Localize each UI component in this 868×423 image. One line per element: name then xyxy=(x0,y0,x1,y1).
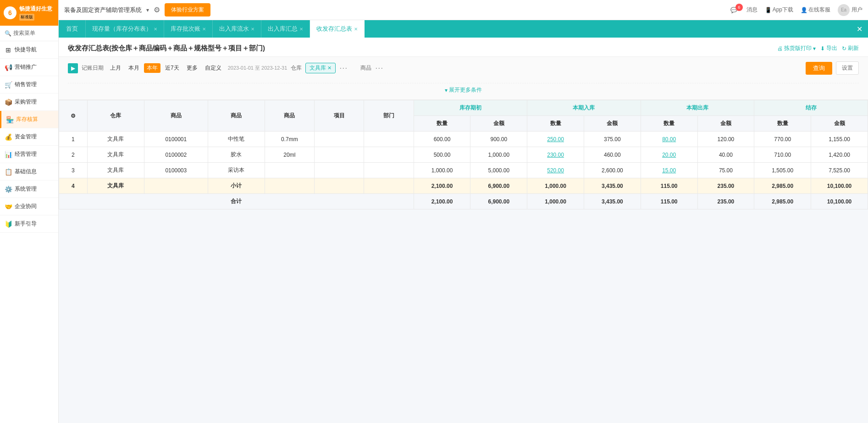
sidebar-item-basic[interactable]: 📋基础信息 xyxy=(0,163,58,181)
tab-label-home: 首页 xyxy=(66,25,78,33)
sidebar-item-guide[interactable]: 🔰新手引导 xyxy=(0,215,58,233)
tab-close-inout-summary[interactable]: ✕ xyxy=(299,27,303,32)
topbar-left: 装备及固定资产辅助管理系统 ▾ ⚙ 体验行业方案 xyxy=(64,3,210,16)
nav-icon-guide: 🔰 xyxy=(5,220,12,228)
tab-close-batch[interactable]: ✕ xyxy=(202,27,206,32)
setting-btn[interactable]: 设置 xyxy=(836,61,859,75)
cell-out-qty: 115.00 xyxy=(641,178,697,194)
warehouse-more-btn[interactable]: ··· xyxy=(339,63,348,73)
cell-out-qty[interactable]: 80.00 xyxy=(641,132,697,147)
th-balance: 结存 xyxy=(754,100,868,116)
settings-icon[interactable]: ⚙ xyxy=(71,113,76,119)
cell-bal-qty: 770.00 xyxy=(754,132,811,147)
chevron-down-icon: ▾ xyxy=(813,45,816,52)
cell-open-amt: 5,000.00 xyxy=(470,163,527,178)
tab-inout-flow[interactable]: 出入库流水 ✕ xyxy=(213,20,261,38)
sidebar-item-finance[interactable]: 💰资金管理 xyxy=(0,128,58,146)
cell-open-qty: 600.00 xyxy=(414,132,470,147)
expand-conditions-btn[interactable]: ▾ 展开更多条件 xyxy=(445,86,482,94)
logo-icon: 6 xyxy=(4,6,17,19)
online-service-link[interactable]: 👤 在线客服 xyxy=(801,6,830,14)
sidebar-item-marketing[interactable]: 📢营销推广 xyxy=(0,59,58,76)
tab-stock-dist[interactable]: 现存量（库存分布表） ✕ xyxy=(86,20,164,38)
sidebar-item-system[interactable]: ⚙️系统管理 xyxy=(0,181,58,198)
th-open-amt: 金额 xyxy=(470,116,527,132)
cell-in-qty[interactable]: 520.00 xyxy=(527,163,584,178)
tab-close-stock-dist[interactable]: ✕ xyxy=(154,27,157,32)
th-project: 项目 xyxy=(315,100,364,132)
cell-bal-amt: 1,155.00 xyxy=(811,132,868,147)
th-goods-spec: 商品 xyxy=(265,100,314,132)
cell-out-qty[interactable]: 20.00 xyxy=(641,147,697,163)
sidebar-item-quick-nav[interactable]: ⊞快捷导航 xyxy=(0,41,58,59)
app-download-link[interactable]: 📱 App下载 xyxy=(765,6,793,14)
sidebar-item-sales[interactable]: 🛒销售管理 xyxy=(0,76,58,93)
refresh-btn[interactable]: ↻ 刷新 xyxy=(842,44,859,52)
cell-dept xyxy=(364,178,414,194)
close-all-tabs-btn[interactable]: ✕ xyxy=(851,25,868,33)
filter-bar: ▶ 记账日期 上月本月本年近7天更多自定义 2023-01-01 至 2023-… xyxy=(59,57,868,100)
cell-out-amt: 40.00 xyxy=(697,147,754,163)
cell-out-amt: 120.00 xyxy=(697,132,754,147)
date-btn-本年[interactable]: 本年 xyxy=(144,63,160,73)
date-btn-上月[interactable]: 上月 xyxy=(107,63,124,73)
tabbar: 首页现存量（库存分布表） ✕库存批次账 ✕出入库流水 ✕出入库汇总 ✕收发存汇总… xyxy=(59,20,868,38)
cell-in-amt: 3,435.00 xyxy=(584,178,641,194)
cell-idx: 4 xyxy=(59,178,88,194)
tab-close-receipt-summary[interactable]: ✕ xyxy=(354,27,358,32)
tab-inout-summary[interactable]: 出入库汇总 ✕ xyxy=(261,20,310,38)
th-in-qty: 数量 xyxy=(527,116,584,132)
sidebar-search[interactable]: 🔍 搜索菜单 xyxy=(0,26,58,41)
filter-collapse-btn[interactable]: ▶ xyxy=(68,63,78,73)
cell-in-qty[interactable]: 230.00 xyxy=(527,147,584,163)
gear-icon[interactable]: ⚙ xyxy=(154,5,160,14)
cell-out-qty[interactable]: 15.00 xyxy=(641,163,697,178)
experience-btn[interactable]: 体验行业方案 xyxy=(165,3,210,16)
filter-row-1: ▶ 记账日期 上月本月本年近7天更多自定义 2023-01-01 至 2023-… xyxy=(68,61,859,75)
warehouse-tag[interactable]: 文具库 ✕ xyxy=(305,63,336,73)
nav-icon-collab: 🤝 xyxy=(5,203,12,210)
nav-label-guide: 新手引导 xyxy=(15,220,37,228)
total-bal-qty: 2,985.00 xyxy=(754,194,811,209)
table-wrap: ⚙ 仓库 商品 商品 商品 项目 部门 库存期初 本期入库 本期出库 结存 xyxy=(59,100,868,209)
goods-more-btn[interactable]: ··· xyxy=(375,63,383,73)
cell-out-amt: 235.00 xyxy=(697,178,754,194)
print-btn[interactable]: 🖨 拣货版打印 ▾ xyxy=(777,44,816,52)
panel-actions: 🖨 拣货版打印 ▾ ⬇ 导出 ↻ 刷新 xyxy=(777,44,859,52)
nav-icon-basic: 📋 xyxy=(5,168,12,176)
topbar-right: 💬6 消息 📱 App下载 👤 在线客服 Ea 用户 xyxy=(730,4,862,16)
nav-label-inventory: 库存核算 xyxy=(16,115,38,123)
sidebar-item-inventory[interactable]: 🏪库存核算 xyxy=(0,111,58,128)
tab-close-inout-flow[interactable]: ✕ xyxy=(251,27,254,32)
system-dropdown-icon[interactable]: ▾ xyxy=(146,7,149,13)
nav-label-operations: 经营管理 xyxy=(15,150,37,158)
date-btn-本月[interactable]: 本月 xyxy=(126,63,142,73)
message-icon[interactable]: 💬6 消息 xyxy=(730,6,757,14)
tab-home[interactable]: 首页 xyxy=(59,20,86,38)
search-icon: 🔍 xyxy=(5,30,11,37)
date-btn-近7天[interactable]: 近7天 xyxy=(162,63,182,73)
system-name: 装备及固定资产辅助管理系统 xyxy=(64,6,142,14)
cell-out-amt: 75.00 xyxy=(697,163,754,178)
sidebar-item-purchase[interactable]: 📦采购管理 xyxy=(0,93,58,111)
sidebar-item-operations[interactable]: 📊经营管理 xyxy=(0,146,58,163)
tab-batch[interactable]: 库存批次账 ✕ xyxy=(164,20,213,38)
date-range: 2023-01-01 至 2023-12-31 xyxy=(228,65,287,71)
warehouse-tag-close[interactable]: ✕ xyxy=(327,65,332,71)
th-opening: 库存期初 xyxy=(414,100,527,116)
expand-icon: ▾ xyxy=(445,87,448,93)
query-btn[interactable]: 查询 xyxy=(806,62,832,75)
date-btn-自定义[interactable]: 自定义 xyxy=(202,63,224,73)
cell-spec: 0.7mm xyxy=(265,132,314,147)
cell-spec: 20ml xyxy=(265,147,314,163)
tab-label-batch: 库存批次账 xyxy=(171,25,200,33)
cell-warehouse: 文具库 xyxy=(87,163,144,178)
sidebar-item-collab[interactable]: 🤝企业协同 xyxy=(0,198,58,215)
user-area[interactable]: Ea 用户 xyxy=(838,4,862,16)
date-btn-更多[interactable]: 更多 xyxy=(184,63,200,73)
nav-label-basic: 基础信息 xyxy=(15,168,37,176)
nav-label-collab: 企业协同 xyxy=(15,203,37,210)
cell-in-qty[interactable]: 250.00 xyxy=(527,132,584,147)
export-btn[interactable]: ⬇ 导出 xyxy=(820,44,837,52)
tab-receipt-summary[interactable]: 收发存汇总表 ✕ xyxy=(310,20,365,38)
